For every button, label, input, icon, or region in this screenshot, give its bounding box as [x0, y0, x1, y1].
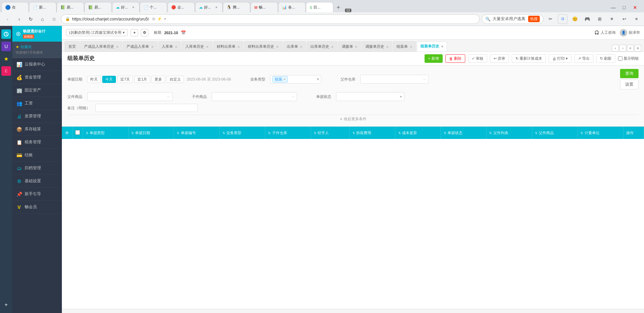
grid-icon[interactable]: ⊞ [595, 14, 604, 24]
minimize-button[interactable]: — [608, 3, 618, 12]
browser-tab-8[interactable]: ☁ 好... × [195, 2, 223, 12]
refresh-button-page[interactable]: ↻ 刷新 [596, 54, 615, 63]
month-btn[interactable]: 近1月 [134, 76, 150, 83]
add-company-button[interactable]: + [131, 29, 138, 37]
filter-settings-button[interactable]: 设置 [620, 80, 639, 89]
home-button[interactable]: ⌂ [38, 14, 47, 24]
nav-tab-6-close[interactable]: × [238, 45, 240, 49]
emoji-icon[interactable]: 😊 [570, 14, 580, 24]
browser-tab-5[interactable]: ☁ 好... × [112, 2, 139, 12]
bookmark-button[interactable]: ☆ [49, 14, 59, 24]
th-disassemble-fee[interactable]: ⇅ 拆装费用 [350, 127, 395, 139]
browser-tab-12[interactable]: S 目... [306, 2, 333, 12]
nav-tab-5-close[interactable]: × [206, 45, 208, 49]
scissors-icon[interactable]: ✂ [546, 14, 555, 24]
parent-goods-more-icon[interactable]: ··· [167, 95, 170, 99]
business-type-tag-remove[interactable]: × [283, 77, 285, 81]
recalculate-button[interactable]: ↻ 重新计算成本 [512, 54, 546, 63]
collapse-button[interactable]: ∧ 收起更多条件 [67, 115, 639, 123]
sidebar-item-membership[interactable]: V 畅会员 [12, 201, 62, 214]
settings-company-button[interactable]: ⚙ [141, 29, 148, 37]
th-parent-goods[interactable]: ⇅ 父件商品 [532, 127, 577, 139]
sidebar-item-inventory[interactable]: 📦 库存核算 [12, 123, 62, 136]
browser-tab-1[interactable]: 🔵 在 [1, 2, 29, 12]
translate-icon[interactable]: 译 [558, 14, 567, 24]
nav-more[interactable]: ≡ [634, 45, 641, 52]
th-settings[interactable]: ⚙ [62, 127, 72, 139]
nav-tab-11[interactable]: 调拨单历史 × [362, 41, 392, 52]
maximize-button[interactable]: □ [619, 3, 629, 12]
nav-tab-10[interactable]: 调拨单 × [338, 41, 361, 52]
review-button[interactable]: ✓ 审核 [468, 54, 487, 63]
sidebar-item-tax[interactable]: 📋 税务管理 [12, 136, 62, 149]
settings-icon[interactable]: ☀ [607, 14, 617, 24]
th-bill-date[interactable]: ⇅ 单据日期 [128, 127, 174, 139]
nav-tab-8-close[interactable]: × [300, 45, 302, 49]
th-cost-diff[interactable]: ⇅ 成本差异 [395, 127, 441, 139]
show-detail-input[interactable] [618, 56, 622, 61]
sidebar-item-basic-settings[interactable]: ⚙ 基础设置 [12, 175, 62, 188]
nav-tab-2[interactable]: 产成品入库单历史 × [80, 41, 122, 52]
nav-tab-3[interactable]: 产成品入库单 × [123, 41, 157, 52]
export-button[interactable]: ↗ 导出 [574, 54, 593, 63]
nav-scroll-right[interactable]: › [619, 45, 626, 52]
nav-tab-7-close[interactable]: × [276, 45, 278, 49]
search-box[interactable]: 🔍 大量安卓用户逃离 热搜 [482, 14, 544, 24]
th-bill-type[interactable]: ⇅ 单据类型 [83, 127, 128, 139]
nav-tab-11-close[interactable]: × [386, 45, 388, 49]
browser-tab-9[interactable]: 🐧 腾... [223, 2, 250, 12]
yesterday-btn[interactable]: 昨天 [87, 76, 101, 83]
menu-icon[interactable]: ≡ [632, 14, 641, 24]
nav-tab-13[interactable]: 组装单历史 × [417, 41, 447, 52]
show-detail-checkbox[interactable]: 显示明细 [618, 56, 639, 61]
nav-tab-4-close[interactable]: × [175, 45, 177, 49]
week-btn[interactable]: 近7天 [117, 76, 133, 83]
company-selector[interactable]: (勿删勿禁用) 江西服宝测试专用 ▾ [66, 29, 128, 36]
query-button[interactable]: 查询 [620, 69, 639, 78]
abandon-button[interactable]: ↩ 弃审 [490, 54, 509, 63]
th-handler[interactable]: ⇅ 经手人 [311, 127, 349, 139]
parent-warehouse-more-icon[interactable]: ··· [423, 77, 426, 81]
nav-close-all[interactable]: × [627, 45, 634, 52]
th-bill-no[interactable]: ⇅ 单据编号 [174, 127, 219, 139]
nav-tab-13-close[interactable]: × [441, 44, 443, 48]
browser-tab-3[interactable]: 📗 易... [57, 2, 84, 12]
close-button[interactable]: ✕ [630, 3, 640, 12]
browser-tab-6[interactable]: 📄 个... [140, 2, 167, 12]
print-button[interactable]: 🖨 打印 ▾ [549, 54, 572, 63]
th-unit[interactable]: ⇅ 计量单位 [578, 127, 623, 139]
new-tab-button[interactable]: + [334, 3, 343, 12]
strip-icon-2[interactable]: U [1, 42, 11, 51]
game-icon[interactable]: 🎮 [582, 14, 592, 24]
nav-tab-3-close[interactable]: × [151, 45, 153, 49]
nav-tab-9-close[interactable]: × [331, 45, 333, 49]
select-all-checkbox[interactable] [75, 130, 80, 135]
nav-tab-5[interactable]: 入库单历史 × [182, 41, 212, 52]
sidebar-item-fixed-assets[interactable]: 🏢 固定资产 [12, 84, 62, 97]
nav-tab-8[interactable]: 出库单 × [283, 41, 306, 52]
nav-tab-9[interactable]: 出库单历史 × [307, 41, 337, 52]
address-bar[interactable]: 🔒 https://cloud.chanjet.com/accounting/u… [61, 14, 480, 24]
th-business-type[interactable]: ⇅ 业务类型 [219, 127, 265, 139]
th-checkbox[interactable] [72, 127, 83, 139]
th-bill-status[interactable]: ⇅ 单据状态 [441, 127, 486, 139]
sidebar-item-salary[interactable]: 👥 工资 [12, 97, 62, 110]
nav-tab-home[interactable]: 首页 [65, 41, 80, 52]
strip-icon-4[interactable]: C [1, 66, 11, 76]
sidebar-item-cloud-report[interactable]: 📊 云报表中心 [12, 58, 62, 71]
browser-tab-11[interactable]: 📊 各... [278, 2, 306, 12]
nav-tab-12-close[interactable]: × [410, 45, 412, 49]
service-button[interactable]: 🎧 人工咨询 [594, 30, 616, 35]
nav-tab-7[interactable]: 材料出库单历史 × [244, 41, 282, 52]
undo-icon[interactable]: ↩ [619, 14, 629, 24]
custom-date-btn[interactable]: 自定义 [166, 76, 184, 83]
more-date-btn[interactable]: 更多 [151, 76, 165, 83]
nav-tab-6[interactable]: 材料出库单 × [213, 41, 243, 52]
forward-button[interactable]: › [14, 14, 24, 24]
nav-tab-10-close[interactable]: × [355, 45, 357, 49]
th-child-warehouse[interactable]: ⇅ 子件仓库 [265, 127, 311, 139]
nav-tab-2-close[interactable]: × [116, 45, 118, 49]
browser-tab-4[interactable]: 📗 易... [84, 2, 112, 12]
notes-input[interactable] [95, 104, 198, 112]
sidebar-logo[interactable]: ⊛ 畅捷通好会计 旗舰版 [12, 26, 62, 42]
